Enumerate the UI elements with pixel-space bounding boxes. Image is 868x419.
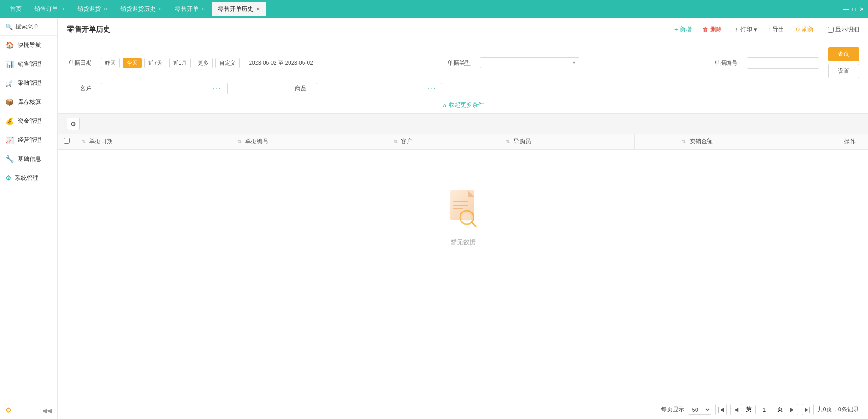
- page-suffix: 页: [777, 405, 783, 414]
- type-filter-select[interactable]: ▾: [480, 57, 579, 68]
- page-header: 零售开单历史 + 新增 🗑 删除 🖨 打印 ▾ ↑ 导出: [58, 18, 868, 41]
- prev-page-button[interactable]: ◀: [730, 404, 742, 415]
- svg-line-6: [472, 222, 476, 226]
- last-page-button[interactable]: ▶|: [802, 404, 814, 415]
- tab-bar: 首页 销售订单 ✕ 销货退货 ✕ 销货退货历史 ✕ 零售开单 ✕ 零售开单历史 …: [0, 0, 868, 18]
- maximize-button[interactable]: □: [852, 6, 856, 13]
- divider: [822, 26, 822, 33]
- tab-sales-order[interactable]: 销售订单 ✕: [28, 2, 71, 16]
- sidebar-item-finance[interactable]: 💰 资金管理: [0, 112, 57, 131]
- customer-filter-dots[interactable]: ···: [211, 85, 223, 93]
- sidebar-item-system[interactable]: ⚙ 系统管理: [0, 169, 57, 188]
- print-icon: 🖨: [733, 26, 739, 33]
- table-settings-button[interactable]: ⚙: [67, 118, 80, 130]
- customer-filter-input[interactable]: ···: [101, 83, 228, 94]
- customer-filter-label: 客户: [67, 85, 92, 93]
- minimize-button[interactable]: —: [843, 6, 849, 13]
- collapse-up-icon: ∧: [442, 102, 447, 108]
- close-tab-sales-return[interactable]: ✕: [104, 6, 108, 12]
- close-tab-sales-order[interactable]: ✕: [61, 6, 65, 12]
- content-area: 零售开单历史 + 新增 🗑 删除 🖨 打印 ▾ ↑ 导出: [58, 18, 868, 419]
- date-filter-label: 单据日期: [67, 59, 92, 67]
- filter-collapse-btn[interactable]: ∧ 收起更多条件: [67, 99, 859, 109]
- sort-number-icon: ⇅: [237, 139, 242, 144]
- type-filter-label: 单据类型: [446, 59, 471, 67]
- system-icon: ⚙: [5, 174, 11, 182]
- tab-sales-return-history[interactable]: 销货退货历史 ✕: [114, 2, 169, 16]
- tab-retail-order[interactable]: 零售开单 ✕: [169, 2, 212, 16]
- sidebar-item-inventory[interactable]: 📦 库存核算: [0, 93, 57, 112]
- per-page-select[interactable]: 20 50 100: [688, 405, 711, 415]
- select-all-checkbox[interactable]: [64, 138, 70, 144]
- goods-filter-input[interactable]: ···: [316, 83, 442, 94]
- basics-icon: 🔧: [5, 155, 14, 163]
- date-7days[interactable]: 近7天: [144, 58, 166, 68]
- sidebar-item-purchase[interactable]: 🛒 采购管理: [0, 74, 57, 93]
- sidebar-collapse-icon[interactable]: ◀◀: [42, 407, 52, 414]
- first-page-button[interactable]: |◀: [715, 404, 727, 415]
- tab-retail-order-history[interactable]: 零售开单历史 ✕: [212, 2, 266, 16]
- th-checkbox[interactable]: [58, 134, 76, 150]
- tab-home[interactable]: 首页: [4, 2, 28, 16]
- delete-icon: 🗑: [702, 26, 708, 33]
- date-yesterday[interactable]: 昨天: [101, 58, 120, 68]
- th-amount[interactable]: ⇅ 实销金额: [676, 134, 832, 150]
- th-date[interactable]: ⇅ 单据日期: [76, 134, 232, 150]
- th-customer[interactable]: ⇅ 客户: [388, 134, 500, 150]
- goods-filter-dots[interactable]: ···: [426, 85, 438, 93]
- close-tab-sales-return-history[interactable]: ✕: [158, 6, 162, 12]
- print-dropdown-icon: ▾: [754, 26, 757, 33]
- date-1month[interactable]: 近1月: [169, 58, 191, 68]
- next-page-button[interactable]: ▶: [787, 404, 798, 415]
- date-custom[interactable]: 自定义: [215, 58, 240, 68]
- table-header: ⇅ 单据日期 ⇅ 单据编号 ⇅ 客户 ⇅ 导购员: [58, 134, 868, 150]
- tab-sales-return[interactable]: 销货退货 ✕: [71, 2, 114, 16]
- display-detail-checkbox[interactable]: [828, 27, 834, 33]
- date-range-text: 2023-06-02 至 2023-06-02: [249, 59, 313, 67]
- display-detail-label[interactable]: 显示明细: [828, 25, 859, 33]
- add-button[interactable]: + 新增: [672, 24, 694, 35]
- header-actions: + 新增 🗑 删除 🖨 打印 ▾ ↑ 导出 ↻ 刷新: [672, 24, 859, 35]
- date-today[interactable]: 今天: [123, 58, 142, 68]
- export-icon: ↑: [768, 26, 771, 33]
- table-toolbar: ⚙: [58, 114, 868, 134]
- table-body: 暂无数据: [58, 150, 868, 283]
- pagination: 每页显示 20 50 100 |◀ ◀ 第 页 ▶ ▶| 共0页，0条记录: [58, 400, 868, 419]
- export-button[interactable]: ↑ 导出: [765, 24, 787, 35]
- sort-customer-icon: ⇅: [394, 139, 398, 144]
- number-filter-input[interactable]: [747, 57, 819, 69]
- sort-guide-icon: ⇅: [506, 139, 510, 144]
- add-icon: +: [674, 26, 678, 33]
- close-tab-retail-order-history[interactable]: ✕: [256, 6, 260, 12]
- query-button[interactable]: 查询: [828, 47, 859, 61]
- empty-illustration: [441, 186, 486, 231]
- delete-button[interactable]: 🗑 删除: [700, 24, 725, 35]
- print-button[interactable]: 🖨 打印 ▾: [730, 24, 760, 35]
- filter-settings-button[interactable]: 设置: [828, 64, 859, 78]
- svg-point-5: [462, 213, 471, 222]
- settings-gear-icon[interactable]: ⚙: [5, 406, 12, 414]
- close-tab-retail-order[interactable]: ✕: [201, 6, 205, 12]
- th-guide[interactable]: ⇅ 导购员: [500, 134, 635, 150]
- th-number[interactable]: ⇅ 单据编号: [232, 134, 388, 150]
- date-filter-buttons: 昨天 今天 近7天 近1月 更多 自定义: [101, 58, 240, 68]
- current-page-input[interactable]: [755, 405, 773, 414]
- sidebar: 🔍 搜索采单 🏠 快捷导航 📊 销售管理 🛒 采购管理 📦 库存核算 💰 资金管…: [0, 18, 58, 419]
- date-more[interactable]: 更多: [194, 58, 213, 68]
- gear-icon: ⚙: [71, 121, 76, 127]
- sidebar-search[interactable]: 🔍 搜索采单: [0, 18, 57, 36]
- sort-date-icon: ⇅: [82, 139, 86, 144]
- sidebar-item-sales[interactable]: 📊 销售管理: [0, 55, 57, 74]
- empty-text: 暂无数据: [451, 238, 476, 246]
- close-window-button[interactable]: ✕: [859, 6, 864, 13]
- sidebar-item-operations[interactable]: 📈 经营管理: [0, 131, 57, 150]
- sidebar-item-basics[interactable]: 🔧 基础信息: [0, 150, 57, 169]
- filter-row-2: 客户 ··· 商品 ···: [67, 83, 859, 94]
- refresh-button[interactable]: ↻ 刷新: [792, 24, 816, 35]
- sales-icon: 📊: [5, 60, 14, 68]
- th-action: 操作: [832, 134, 868, 150]
- table-wrap: ⇅ 单据日期 ⇅ 单据编号 ⇅ 客户 ⇅ 导购员: [58, 134, 868, 400]
- sidebar-item-shortcuts[interactable]: 🏠 快捷导航: [0, 36, 57, 55]
- search-icon: 🔍: [5, 24, 13, 30]
- home-icon: 🏠: [5, 41, 14, 49]
